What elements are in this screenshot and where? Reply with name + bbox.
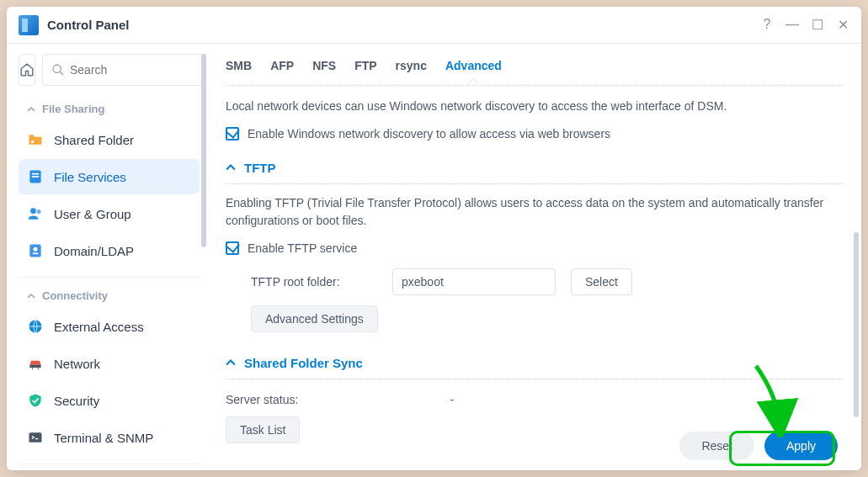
discovery-checkbox-label: Enable Windows network discovery to allo… — [248, 127, 610, 140]
tab-rsync[interactable]: rsync — [396, 59, 427, 84]
sidebar-item-external-access[interactable]: External Access — [19, 309, 200, 344]
minimize-icon[interactable]: — — [785, 17, 799, 33]
svg-rect-12 — [29, 365, 40, 368]
server-status-label: Server status: — [226, 393, 298, 406]
tftp-advanced-settings-button[interactable]: Advanced Settings — [251, 305, 378, 332]
discovery-description: Local network devices can use Windows ne… — [226, 98, 843, 115]
tftp-select-button[interactable]: Select — [571, 268, 632, 295]
control-panel-window: Control Panel ? — ☐ ✕ File Sharing — [7, 7, 861, 470]
app-icon — [19, 15, 39, 35]
search-box[interactable] — [42, 54, 207, 86]
content-panel: Local network devices can use Windows ne… — [207, 86, 861, 470]
svg-rect-5 — [32, 176, 39, 178]
tftp-enable-label: Enable TFTP service — [248, 241, 357, 255]
svg-point-2 — [31, 140, 34, 143]
home-button[interactable] — [19, 54, 35, 86]
sidebar-item-shared-folder[interactable]: Shared Folder — [19, 122, 200, 157]
section-header-connectivity[interactable]: Connectivity — [19, 278, 200, 309]
router-icon — [27, 355, 44, 372]
maximize-icon[interactable]: ☐ — [811, 17, 824, 33]
search-icon — [51, 63, 65, 77]
discovery-checkbox[interactable] — [226, 127, 239, 140]
file-icon — [27, 168, 44, 185]
terminal-icon — [27, 429, 44, 446]
sync-section-title: Shared Folder Sync — [244, 356, 363, 370]
svg-point-9 — [34, 247, 38, 252]
task-list-button[interactable]: Task List — [226, 416, 300, 443]
shield-icon — [27, 392, 44, 409]
chevron-up-icon — [27, 292, 35, 300]
folder-icon — [27, 131, 44, 148]
sidebar-item-network[interactable]: Network — [19, 346, 200, 381]
home-icon — [19, 62, 35, 77]
titlebar: Control Panel ? — ☐ ✕ — [7, 7, 861, 44]
sidebar-item-file-services[interactable]: File Services — [19, 159, 200, 194]
tftp-root-folder-label: TFTP root folder: — [251, 275, 377, 289]
tftp-root-folder-input[interactable] — [392, 268, 556, 295]
tftp-enable-checkbox[interactable] — [226, 241, 239, 255]
sidebar-item-terminal-snmp[interactable]: Terminal & SNMP — [19, 420, 200, 455]
close-icon[interactable]: ✕ — [836, 17, 849, 33]
sidebar-item-security[interactable]: Security — [19, 383, 200, 418]
server-status-value: - — [450, 393, 454, 406]
tftp-collapse-toggle[interactable] — [226, 162, 236, 175]
window-title: Control Panel — [47, 18, 130, 32]
sidebar-scrollbar[interactable] — [201, 54, 206, 460]
svg-point-7 — [37, 209, 41, 214]
content-scrollbar[interactable] — [854, 232, 859, 417]
tab-ftp[interactable]: FTP — [354, 59, 376, 84]
chevron-up-icon — [27, 105, 35, 114]
tftp-section-title: TFTP — [244, 161, 276, 175]
svg-rect-10 — [33, 253, 39, 255]
svg-rect-4 — [32, 173, 39, 175]
help-icon[interactable]: ? — [760, 17, 774, 33]
section-header-file-sharing[interactable]: File Sharing — [19, 91, 200, 122]
sidebar-item-domain-ldap[interactable]: Domain/LDAP — [19, 233, 200, 268]
svg-rect-15 — [29, 432, 42, 443]
section-header-system[interactable]: System — [19, 464, 200, 470]
tab-afp[interactable]: AFP — [270, 59, 294, 84]
apply-highlight-annotation — [729, 431, 835, 466]
tab-advanced[interactable]: Advanced — [445, 59, 502, 84]
users-icon — [27, 205, 44, 222]
globe-icon — [27, 318, 44, 335]
tab-nfs[interactable]: NFS — [312, 59, 336, 84]
svg-point-6 — [30, 208, 36, 214]
tftp-description: Enabling TFTP (Trivial File Transfer Pro… — [226, 194, 843, 230]
sidebar-item-user-group[interactable]: User & Group — [19, 196, 200, 231]
tabs: SMB AFP NFS FTP rsync Advanced — [207, 44, 861, 85]
id-icon — [27, 242, 44, 259]
svg-line-1 — [60, 72, 63, 75]
search-input[interactable] — [70, 63, 207, 77]
sidebar: File Sharing Shared Folder File Services… — [7, 44, 207, 470]
tab-smb[interactable]: SMB — [226, 59, 252, 84]
svg-point-0 — [53, 65, 61, 72]
sync-collapse-toggle[interactable] — [226, 357, 236, 370]
